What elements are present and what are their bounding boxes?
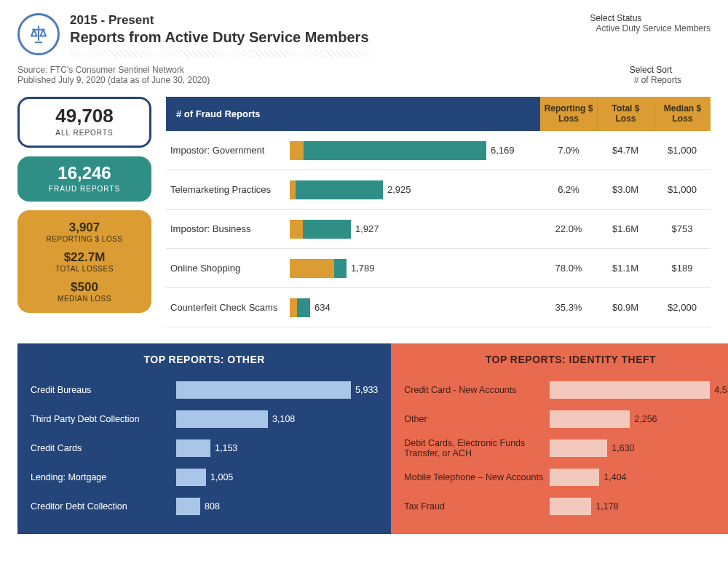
fraud-reports-label: FRAUD REPORTS <box>23 185 146 193</box>
status-selector[interactable]: Select Status Active Duty Service Member… <box>590 13 711 33</box>
published-line: Published July 9, 2020 (data as of June … <box>17 75 210 85</box>
fraud-row[interactable]: Telemarketing Practices2,9256.2%$3.0M$1,… <box>166 170 711 210</box>
reporting-loss-label: REPORTING $ LOSS <box>23 235 146 243</box>
fraud-reporting-pct: 35.3% <box>540 302 597 313</box>
panel-category: Credit Cards <box>31 443 176 453</box>
total-loss-value: $22.7M <box>23 250 146 265</box>
panel-bar: 1,153 <box>176 439 378 457</box>
panel-category: Other <box>404 414 550 424</box>
fraud-reporting-pct: 6.2% <box>540 184 597 195</box>
panel-count: 1,630 <box>612 443 634 453</box>
panel-category: Tax Fraud <box>404 501 550 512</box>
panel-bar: 1,178 <box>550 498 728 515</box>
loss-summary-card: 3,907 REPORTING $ LOSS $22.7M TOTAL LOSS… <box>17 210 151 313</box>
fraud-count: 1,927 <box>355 223 379 234</box>
all-reports-label: ALL REPORTS <box>25 129 143 137</box>
panel-row[interactable]: Other2,256 <box>404 405 728 434</box>
fraud-median-loss: $2,000 <box>654 302 711 313</box>
fraud-category: Impostor: Business <box>166 223 290 234</box>
panel-bar: 2,256 <box>550 410 728 428</box>
panel-category: Lending: Mortgage <box>31 472 176 482</box>
panel-bar: 4,531 <box>550 381 728 399</box>
panel-row[interactable]: Lending: Mortgage1,005 <box>31 463 378 492</box>
reporting-loss-value: 3,907 <box>23 220 146 235</box>
status-label: Select Status <box>590 13 711 23</box>
fraud-median-loss: $1,000 <box>654 145 711 156</box>
fraud-bar: 6,169 <box>290 140 540 162</box>
panel-bar: 3,108 <box>176 410 378 428</box>
fraud-reporting-pct: 22.0% <box>540 223 597 234</box>
median-loss-label: MEDIAN LOSS <box>23 295 146 303</box>
panel-bar: 1,630 <box>550 439 728 457</box>
fraud-row[interactable]: Impostor: Government6,1697.0%$4.7M$1,000 <box>166 131 711 170</box>
fraud-table-header-median: Median $ Loss <box>654 97 711 131</box>
fraud-median-loss: $1,000 <box>654 184 711 195</box>
panel-row[interactable]: Credit Bureaus5,933 <box>31 375 378 405</box>
panel-other: TOP REPORTS: OTHER Credit Bureaus5,933Th… <box>17 343 391 534</box>
panel-row[interactable]: Creditor Debt Collection808 <box>31 492 378 521</box>
panel-count: 3,108 <box>272 414 295 424</box>
fraud-reports-value: 16,246 <box>23 164 146 182</box>
sort-label: Select Sort <box>630 65 681 75</box>
panel-category: Credit Card - New Accounts <box>404 385 550 395</box>
panel-count: 2,256 <box>634 414 657 424</box>
fraud-reports-card[interactable]: 16,246 FRAUD REPORTS <box>17 156 151 202</box>
panel-row[interactable]: Credit Card - New Accounts4,531 <box>404 375 728 405</box>
fraud-reporting-pct: 78.0% <box>540 263 597 274</box>
panel-category: Creditor Debt Collection <box>31 501 176 512</box>
fraud-median-loss: $189 <box>654 263 711 274</box>
panel-count: 5,933 <box>355 385 378 395</box>
fraud-category: Impostor: Government <box>166 145 290 156</box>
fraud-table: # of Fraud Reports Reporting $ Loss Tota… <box>166 97 711 327</box>
sort-selector[interactable]: Select Sort # of Reports <box>630 65 681 85</box>
panel-row[interactable]: Credit Cards1,153 <box>31 434 378 463</box>
fraud-table-header-reporting: Reporting $ Loss <box>540 97 597 131</box>
median-loss-value: $500 <box>23 280 146 295</box>
panel-other-title: TOP REPORTS: OTHER <box>31 354 378 365</box>
fraud-category: Counterfeit Check Scams <box>166 302 290 313</box>
panel-row[interactable]: Third Party Debt Collection3,108 <box>31 405 378 434</box>
panel-identity-title: TOP REPORTS: IDENTITY THEFT <box>404 354 728 365</box>
fraud-row[interactable]: Counterfeit Check Scams63435.3%$0.9M$2,0… <box>166 288 711 327</box>
fraud-total-loss: $4.7M <box>597 145 654 156</box>
fraud-median-loss: $753 <box>654 223 711 234</box>
source-block: Source: FTC's Consumer Sentinel Network … <box>17 65 210 85</box>
fraud-reporting-pct: 7.0% <box>540 145 597 156</box>
fraud-count: 1,789 <box>351 263 375 274</box>
panel-category: Mobile Telephone – New Accounts <box>404 472 550 482</box>
panel-count: 1,178 <box>596 501 618 512</box>
panel-identity-theft: TOP REPORTS: IDENTITY THEFT Credit Card … <box>391 343 728 534</box>
fraud-row[interactable]: Impostor: Business1,92722.0%$1.6M$753 <box>166 210 711 249</box>
fraud-table-header-main: # of Fraud Reports <box>166 97 540 131</box>
page-title: Reports from Active Duty Service Members <box>70 29 369 46</box>
status-value: Active Duty Service Members <box>596 23 711 33</box>
fraud-total-loss: $3.0M <box>597 184 654 195</box>
total-loss-label: TOTAL LOSSES <box>23 265 146 273</box>
panel-bar: 1,404 <box>550 469 728 486</box>
panel-row[interactable]: Mobile Telephone – New Accounts1,404 <box>404 463 728 492</box>
fraud-total-loss: $0.9M <box>597 302 654 313</box>
divider <box>70 50 369 57</box>
panel-bar: 5,933 <box>176 381 378 399</box>
panel-category: Third Party Debt Collection <box>31 414 176 424</box>
panel-count: 808 <box>205 501 220 512</box>
panel-bar: 808 <box>176 498 378 515</box>
fraud-count: 634 <box>314 302 331 313</box>
source-line: Source: FTC's Consumer Sentinel Network <box>17 65 210 75</box>
fraud-row[interactable]: Online Shopping1,78978.0%$1.1M$189 <box>166 249 711 288</box>
fraud-total-loss: $1.6M <box>597 223 654 234</box>
fraud-bar: 1,927 <box>290 218 540 240</box>
panel-bar: 1,005 <box>176 469 378 486</box>
all-reports-card[interactable]: 49,708 ALL REPORTS <box>17 97 151 148</box>
period-title: 2015 - Present <box>70 13 369 28</box>
all-reports-value: 49,708 <box>25 106 143 126</box>
panel-row[interactable]: Debit Cards, Electronic Funds Transfer, … <box>404 434 728 463</box>
panel-count: 1,005 <box>210 472 233 482</box>
panel-row[interactable]: Tax Fraud1,178 <box>404 492 728 521</box>
header: 2015 - Present Reports from Active Duty … <box>17 13 711 57</box>
fraud-total-loss: $1.1M <box>597 263 654 274</box>
fraud-table-header-total: Total $ Loss <box>597 97 654 131</box>
ftc-seal-icon <box>17 13 60 55</box>
panel-count: 4,531 <box>714 385 728 395</box>
fraud-bar: 2,925 <box>290 179 540 201</box>
